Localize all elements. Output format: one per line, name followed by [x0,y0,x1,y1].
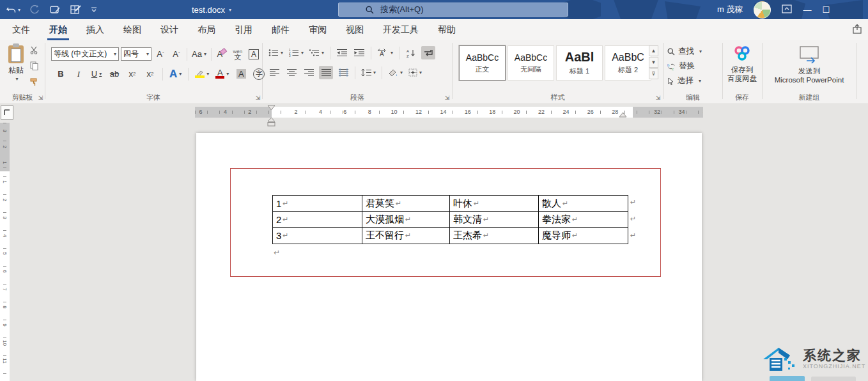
tab-绘图[interactable]: 绘图 [114,19,151,40]
bullets-button[interactable]: ▾ [267,46,284,59]
replace-button[interactable]: bc 替换 [667,59,722,74]
font-color-button[interactable]: A▾ [214,67,230,81]
decrease-indent-button[interactable] [335,46,349,59]
tab-审阅[interactable]: 审阅 [299,19,336,40]
first-line-indent-marker[interactable] [267,105,275,111]
highlight-button[interactable]: ▾ [194,67,210,81]
tab-设计[interactable]: 设计 [151,19,188,40]
tab-引用[interactable]: 引用 [225,19,262,40]
phonetic-guide-button[interactable]: wén文 [231,47,245,61]
sort-button[interactable]: AZ [404,46,418,59]
tab-开发工具[interactable]: 开发工具 [373,19,428,40]
touch-mode-button[interactable] [50,5,61,15]
document-page[interactable]: 1↵君莫笑↵叶休↵散人↵2↵大漠孤烟↵韩文清↵拳法家↵3↵王不留行↵王杰希↵魔导… [196,133,702,381]
numbering-button[interactable]: 123▾ [288,46,305,59]
font-dialog-launcher[interactable]: ⇲ [254,95,261,102]
font-name-select[interactable]: 等线 (中文正文)▾ [51,47,119,61]
find-button[interactable]: 查找▾ [667,44,722,59]
table-cell[interactable]: 大漠孤烟↵ [362,212,450,228]
ribbon-display-options-button[interactable] [782,4,792,15]
right-indent-marker[interactable] [619,113,627,118]
align-right-button[interactable] [302,66,316,79]
left-indent-marker[interactable] [268,123,275,127]
clipboard-dialog-launcher[interactable]: ⇲ [37,95,44,102]
grow-font-button[interactable]: Aˆ [153,47,167,61]
draw-table-button[interactable] [70,5,81,15]
tab-布局[interactable]: 布局 [188,19,225,40]
maximize-button[interactable]: ☐ [822,5,830,15]
tab-视图[interactable]: 视图 [336,19,373,40]
table-cell[interactable]: 王杰希↵ [450,228,539,244]
superscript-button[interactable]: x2 [143,67,157,81]
tab-selector[interactable] [1,105,13,120]
show-marks-button[interactable] [421,46,435,59]
share-button[interactable] [853,24,868,37]
font-size-select[interactable]: 四号▾ [121,47,151,61]
style-card-正文[interactable]: AaBbCc正文 [459,45,506,81]
align-left-button[interactable] [267,66,281,79]
vertical-ruler[interactable]: 3211234567891011 [0,123,10,381]
tab-帮助[interactable]: 帮助 [428,19,465,40]
table-cell[interactable]: 君莫笑↵ [362,196,450,212]
qat-customize-button[interactable] [91,6,97,13]
style-card-标题 1[interactable]: AaBl标题 1 [556,45,603,81]
tab-邮件[interactable]: 邮件 [262,19,299,40]
paste-button[interactable]: 粘贴 ▾ [5,45,27,82]
user-label[interactable]: m 茂稼 [717,4,743,15]
table-cell[interactable]: 拳法家↵ [539,212,628,228]
styles-more-button[interactable]: ⊽ [649,68,658,79]
table-cell[interactable]: 1↵ [273,196,362,212]
select-button[interactable]: 选择▾ [667,74,722,88]
document-table[interactable]: 1↵君莫笑↵叶休↵散人↵2↵大漠孤烟↵韩文清↵拳法家↵3↵王不留行↵王杰希↵魔导… [272,195,628,244]
text-effects-button[interactable]: A▾ [168,67,183,81]
send-to-powerpoint-button[interactable]: 发送到 Microsoft PowerPoint [764,45,854,84]
search-box[interactable]: 搜索(Alt+Q) [338,3,568,17]
style-card-无间隔[interactable]: AaBbCc无间隔 [508,45,554,81]
asian-layout-button[interactable]: A▾ [376,46,394,59]
shading-button[interactable]: ▾ [387,66,404,79]
strikethrough-button[interactable]: ab [107,67,121,81]
hanging-indent-marker[interactable] [267,118,275,127]
styles-dialog-launcher[interactable]: ⇲ [655,95,662,102]
tab-插入[interactable]: 插入 [77,19,114,40]
table-cell[interactable]: 3↵ [273,228,362,244]
tab-开始[interactable]: 开始 [40,19,77,40]
user-avatar[interactable] [754,1,771,19]
character-border-button[interactable]: A [247,47,261,61]
table-cell[interactable]: 韩文清↵ [450,212,539,228]
bold-button[interactable]: B [54,67,68,81]
distribute-button[interactable] [336,66,350,79]
borders-button[interactable]: ▾ [407,66,423,79]
cut-button[interactable] [29,45,38,57]
styles-scroll-down-button[interactable]: ▼ [649,57,658,68]
tab-文件[interactable]: 文件 [3,19,40,40]
minimize-button[interactable]: — [803,5,811,15]
align-center-button[interactable] [284,66,298,79]
justify-button[interactable] [319,66,333,79]
table-cell[interactable]: 魔导师↵ [539,228,628,244]
style-card-标题 2[interactable]: AaBbC标题 2 [605,45,651,81]
redo-button[interactable] [30,5,40,14]
undo-button[interactable]: ▾ [6,5,20,14]
shrink-font-button[interactable]: Aˇ [169,47,183,61]
multilevel-list-button[interactable]: ▾ [308,46,325,59]
table-cell[interactable]: 散人↵ [539,196,628,212]
increase-indent-button[interactable] [352,46,366,59]
table-cell[interactable]: 叶休↵ [450,196,539,212]
line-spacing-button[interactable]: ▾ [360,66,377,79]
table-cell[interactable]: 王不留行↵ [362,228,450,244]
character-shading-button[interactable]: A [234,67,248,81]
format-painter-button[interactable] [29,77,38,89]
copy-button[interactable] [30,61,38,73]
change-case-button[interactable]: Aa▾ [190,47,208,61]
document-title[interactable]: test.docx ▾ [192,0,231,19]
italic-button[interactable]: I [72,67,86,81]
save-to-baidu-button[interactable]: 保存到 百度网盘 [724,45,761,83]
styles-scroll-up-button[interactable]: ▲ [649,45,658,56]
enclose-characters-button[interactable]: 字 [252,67,266,81]
table-cell[interactable]: 2↵ [273,212,362,228]
clear-formatting-button[interactable]: A [215,47,229,61]
subscript-button[interactable]: x2 [125,67,139,81]
underline-button[interactable]: U▾ [89,67,104,81]
paragraph-dialog-launcher[interactable]: ⇲ [444,95,451,102]
